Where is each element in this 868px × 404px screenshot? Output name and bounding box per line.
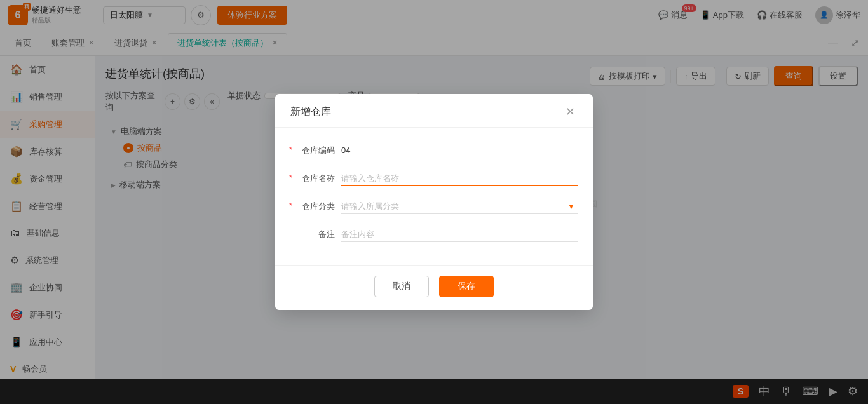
name-label: 仓库名称 [290, 173, 341, 184]
name-input[interactable] [341, 171, 578, 186]
note-label: 备注 [290, 229, 341, 240]
form-row-category: 仓库分类 请输入所属分类 ▼ [290, 199, 578, 214]
cancel-button[interactable]: 取消 [374, 276, 429, 297]
form-row-name: 仓库名称 [290, 171, 578, 186]
modal-title: 新增仓库 [290, 105, 331, 119]
code-label: 仓库编码 [290, 145, 341, 156]
form-row-note: 备注 [290, 227, 578, 242]
modal-close-button[interactable]: ✕ [562, 104, 578, 119]
category-select-wrapper: 请输入所属分类 ▼ [341, 199, 578, 214]
save-button[interactable]: 保存 [439, 276, 494, 297]
warehouse-modal: 新增仓库 ✕ 仓库编码 仓库名称 仓库分类 请输入所属分类 ▼ [275, 94, 593, 310]
category-select[interactable]: 请输入所属分类 [341, 199, 578, 214]
code-input[interactable] [341, 143, 578, 158]
modal-header: 新增仓库 ✕ [275, 94, 593, 128]
modal-footer: 取消 保存 [275, 265, 593, 310]
modal-body: 仓库编码 仓库名称 仓库分类 请输入所属分类 ▼ 备注 [275, 128, 593, 265]
category-label: 仓库分类 [290, 201, 341, 212]
modal-overlay[interactable]: 新增仓库 ✕ 仓库编码 仓库名称 仓库分类 请输入所属分类 ▼ [0, 0, 868, 404]
note-input[interactable] [341, 227, 578, 242]
form-row-code: 仓库编码 [290, 143, 578, 158]
